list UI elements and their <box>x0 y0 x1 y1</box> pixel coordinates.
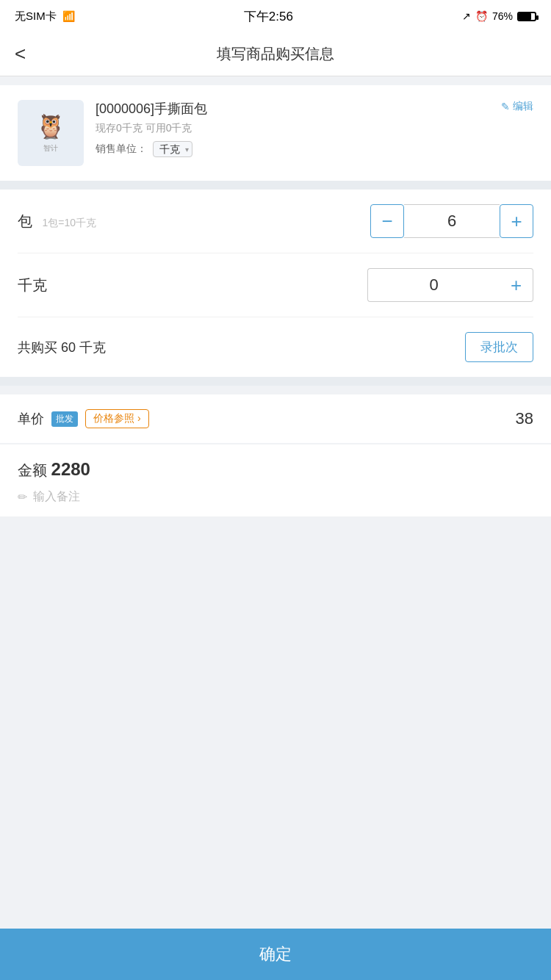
thumbnail-label: 智计 <box>43 143 58 154</box>
kg-row: 千克 + <box>18 253 533 317</box>
status-bar: 无SIM卡 📶 下午2:56 ↗ ⏰ 76% <box>0 0 551 32</box>
bottom-spacer <box>0 707 551 766</box>
unit-select-wrapper[interactable]: 千克 <box>153 141 192 157</box>
package-sublabel: 1包=10千克 <box>43 217 97 228</box>
pencil-icon: ✏ <box>18 490 27 504</box>
owl-icon: 🦉 <box>36 112 65 140</box>
package-row: 包 1包=10千克 − + <box>18 190 533 253</box>
carrier-text: 无SIM卡 <box>15 10 57 24</box>
back-button[interactable]: < <box>15 43 26 65</box>
section-divider-1 <box>0 181 551 190</box>
note-row[interactable]: ✏ 输入备注 <box>18 489 533 505</box>
batch-button[interactable]: 录批次 <box>465 332 533 362</box>
edit-icon: ✎ <box>501 101 510 112</box>
status-left: 无SIM卡 📶 <box>15 10 75 24</box>
page-title: 填写商品购买信息 <box>217 44 334 64</box>
status-right: ↗ ⏰ 76% <box>462 10 536 22</box>
package-qty-control: − + <box>370 204 533 238</box>
edit-link[interactable]: ✎ 编辑 <box>501 100 533 113</box>
product-thumbnail: 🦉 智计 <box>18 100 84 166</box>
qty-section: 包 1包=10千克 − + 千克 + <box>0 190 551 317</box>
gray-background <box>0 516 551 707</box>
amount-section: 金额 2280 ✏ 输入备注 <box>0 444 551 516</box>
kg-qty-input[interactable] <box>367 268 500 302</box>
unit-select[interactable]: 千克 <box>153 141 192 157</box>
price-value: 38 <box>516 409 533 428</box>
price-badge: 批发 <box>51 411 78 427</box>
note-placeholder: 输入备注 <box>33 489 80 505</box>
battery-text: 76% <box>492 10 513 22</box>
summary-text: 共购买 60 千克 <box>18 339 106 356</box>
section-divider-2 <box>0 377 551 386</box>
location-icon: ↗ <box>462 10 471 22</box>
package-label: 包 1包=10千克 <box>18 212 370 231</box>
amount-value: 2280 <box>51 459 90 479</box>
package-minus-button[interactable]: − <box>370 204 404 238</box>
package-plus-button[interactable]: + <box>500 204 533 238</box>
price-label: 单价 <box>18 410 44 428</box>
status-time: 下午2:56 <box>244 8 293 25</box>
product-stock: 现存0千克 可用0千克 <box>96 122 533 135</box>
kg-label: 千克 <box>18 275 367 295</box>
price-section: 单价 批发 价格参照 › 38 <box>0 394 551 443</box>
alarm-icon: ⏰ <box>475 10 488 22</box>
price-left: 单价 批发 价格参照 › <box>18 409 149 428</box>
price-ref-button[interactable]: 价格参照 › <box>85 409 149 428</box>
summary-section: 共购买 60 千克 录批次 <box>0 317 551 377</box>
amount-row: 金额 2280 <box>18 459 533 480</box>
wifi-icon: 📶 <box>62 10 75 22</box>
edit-label: 编辑 <box>513 100 533 113</box>
product-unit-row: 销售单位： 千克 <box>96 141 533 157</box>
nav-bar: < 填写商品购买信息 <box>0 32 551 76</box>
unit-label: 销售单位： <box>96 143 147 156</box>
kg-plus-button[interactable]: + <box>500 268 533 302</box>
product-info: [0000006]手撕面包 现存0千克 可用0千克 销售单位： 千克 <box>96 100 533 157</box>
kg-qty-control: + <box>367 268 533 302</box>
amount-label: 金额 <box>18 462 47 478</box>
confirm-text: 确定 <box>259 943 292 965</box>
product-name: [0000006]手撕面包 <box>96 100 533 118</box>
package-qty-input[interactable] <box>404 204 500 238</box>
product-card: 🦉 智计 [0000006]手撕面包 现存0千克 可用0千克 销售单位： 千克 … <box>0 85 551 181</box>
price-row: 单价 批发 价格参照 › 38 <box>18 409 533 428</box>
confirm-bar[interactable]: 确定 <box>0 929 551 980</box>
battery-icon <box>517 12 536 21</box>
